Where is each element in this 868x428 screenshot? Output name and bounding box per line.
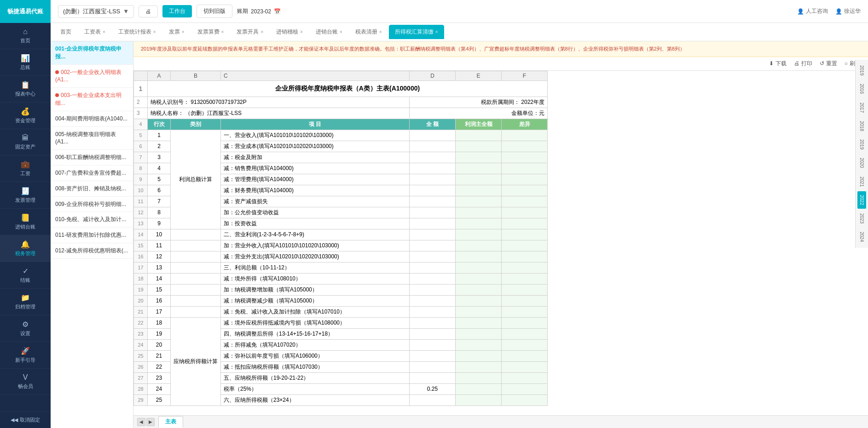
form-item-006[interactable]: 006-职工薪酬纳税调整明细... [51,150,133,165]
table-row: 17 13 三、利润总额（10-11-12） [134,262,548,273]
taxpayer-name: 纳税人名称： （勿删）江西服宝-LSS [148,108,410,119]
col-letter-c: C [221,71,410,80]
company-selector[interactable]: (勿删）江西服宝-LSS ▼ [58,5,134,18]
tab-payroll-label: 工资表 [84,28,101,36]
tab-payroll[interactable]: 工资表 × [78,25,111,39]
form-item-008[interactable]: 008-资产折旧、摊销及纳税... [51,181,133,197]
col-letter-f: F [502,71,548,80]
sidebar-item-guide[interactable]: 🚀 新手引导 [0,342,51,369]
year-2017-item[interactable]: 2017 [857,99,866,116]
tab-invoice-close[interactable]: × [182,29,185,34]
table-row: 15 11 加：营业外收入(填写A101010\101020\103000) [134,240,548,251]
sidebar-item-general-ledger[interactable]: 📊 总账 [0,49,51,76]
sidebar: 畅捷通易代账 ⌂ 首页 📊 总账 📋 报表中心 💰 资金管理 🏛 固定资产 💼 … [0,0,51,428]
sidebar-item-settlement[interactable]: ✓ 结账 [0,262,51,289]
right-panel: 2019年度涉及取以前年度延续数据的申报表单元格需要手工维护正确，才能保证本年及… [133,41,868,428]
year-2024-item[interactable]: 2024 [857,228,866,245]
year-2018-item[interactable]: 2018 [857,117,866,135]
error-dot-2 [55,93,59,97]
tax-period: 税款所属期间： 2022年度 [410,97,548,108]
unpin-button[interactable]: ◀◀ 取消固定 [0,411,51,428]
tab-payroll-stats[interactable]: 工资统计报表 × [112,25,162,39]
sidebar-item-report-center[interactable]: 📋 报表中心 [0,76,51,103]
sidebar-item-fund-mgmt[interactable]: 💰 资金管理 [0,103,51,129]
sheet-tab-main[interactable]: 主表 [158,416,183,428]
sheet-tabs: ◀ ▶ 主表 [133,415,868,428]
download-icon: ⬇ [769,60,774,67]
year-2021-item[interactable]: 2021 [857,173,866,190]
currency-unit: 金额单位：元 [410,108,548,119]
tab-invoice-calc[interactable]: 发票算费 × [191,25,230,39]
year-2019-item[interactable]: 2019 [857,71,866,80]
sidebar-item-home[interactable]: ⌂ 首页 [0,23,51,49]
year-2022-item[interactable]: 2022 [857,191,866,209]
print-button[interactable]: 🖨 打印 [794,60,812,68]
tab-invoice-label: 发票 [169,28,180,36]
form-item-009[interactable]: 009-企业所得税补亏损明细... [51,197,133,212]
table-row: 14 10 二、营业利润(1-2-3-4-5-6-7-8+9) [134,229,548,240]
form-item-012[interactable]: 012-减免所得税优惠明细表(... [51,243,133,259]
tab-invoice-open-close[interactable]: × [260,29,263,34]
form-item-004[interactable]: 004-期间费用明细表(A1040... [51,111,133,127]
pin-icon: ◀◀ [11,417,18,423]
tab-home[interactable]: 首页 [54,25,77,39]
sheet-prev-button[interactable]: ◀ [137,418,145,426]
tab-sales-ledger[interactable]: 进销台账 × [310,25,348,39]
sidebar-item-tax-mgmt[interactable]: 🔔 税务管理 [0,235,51,262]
year-2016-item[interactable]: 2016 [857,80,866,97]
form-item-002[interactable]: 002-一般企业收入明细表(A1... [51,65,133,88]
print-doc-button[interactable]: 🖨 [139,6,158,17]
table-row-info2: 3 纳税人名称： （勿删）江西服宝-LSS 金额单位：元 [134,108,548,119]
tab-sales-audit-close[interactable]: × [300,29,303,34]
year-2023-item[interactable]: 2023 [857,210,866,227]
sidebar-item-fixed-assets[interactable]: 🏛 固定资产 [0,129,51,155]
tab-tax-table[interactable]: 税表清册 × [349,25,388,39]
tax-icon: 🔔 [21,240,30,249]
form-item-010[interactable]: 010-免税、减计收入及加计... [51,212,133,228]
period-label: 账期 [237,7,248,15]
user-info[interactable]: 👤 徐运华 [835,7,861,15]
tab-sales-audit[interactable]: 进销稽核 × [270,25,309,39]
sheet-next-button[interactable]: ▶ [146,418,155,426]
tab-tax-table-close[interactable]: × [379,29,382,34]
form-item-011[interactable]: 011-研发费用加计扣除优惠... [51,228,133,243]
sidebar-item-sales-ledger[interactable]: 📒 进销台账 [0,209,51,235]
spreadsheet-table: A B C D E F 1 企业所得税年度纳税申报表（A类）主表(A100000… [133,71,548,406]
form-item-003[interactable]: 003-一般企业成本支出明细... [51,88,133,111]
user-service[interactable]: 👤 人工咨询 [797,7,828,15]
form-item-001[interactable]: 001-企业所得税年度纳税申报... [51,41,133,65]
tab-invoice-calc-close[interactable]: × [221,29,224,34]
workspace-button[interactable]: 工作台 [162,5,192,17]
error-dot [55,70,59,74]
sidebar-item-settings[interactable]: ⚙ 设置 [0,315,51,342]
sidebar-item-archive-mgmt[interactable]: 📁 归档管理 [0,289,51,315]
tab-sales-ledger-close[interactable]: × [340,29,342,34]
sidebar-item-payroll[interactable]: 💼 工资 [0,155,51,182]
sidebar-item-invoice-mgmt[interactable]: 🧾 发票管理 [0,182,51,209]
settings-icon: ⚙ [22,320,29,329]
tab-invoice[interactable]: 发票 × [163,25,191,39]
year-2020-item[interactable]: 2020 [857,154,866,171]
form-item-005[interactable]: 005-纳税调整项目明细表(A1... [51,127,133,150]
col-header-lrze: 利润主全额 [456,119,502,130]
reset-button[interactable]: ↺ 重置 [820,60,837,68]
assets-icon: 🏛 [22,134,29,142]
form-item-007[interactable]: 007-广告费和业务宣传费超... [51,165,133,181]
sidebar-item-member[interactable]: V 畅会员 [0,369,51,395]
tab-income-tax-close[interactable]: × [435,29,438,34]
tab-income-tax[interactable]: 所得税汇算清缴 × [389,25,444,39]
col-header-quane: 全 额 [410,119,456,130]
download-button[interactable]: ⬇ 下载 [769,60,787,68]
tab-invoice-open[interactable]: 发票开具 × [231,25,269,39]
year-2019b-item[interactable]: 2019 [857,136,866,153]
toggle-version-button[interactable]: 切到旧版 [197,5,232,18]
tab-payroll-stats-close[interactable]: × [153,29,156,34]
tab-payroll-close[interactable]: × [103,29,105,34]
invoice-icon: 🧾 [21,187,30,195]
sheet-container[interactable]: A B C D E F 1 企业所得税年度纳税申报表（A类）主表(A100000… [133,71,868,416]
ledger-icon: 📊 [21,54,30,63]
col-letter-d: D [410,71,456,80]
tab-sales-audit-label: 进销稽核 [276,28,298,36]
col-header-rownum [134,71,148,80]
chevron-down-icon: ▼ [123,8,129,15]
